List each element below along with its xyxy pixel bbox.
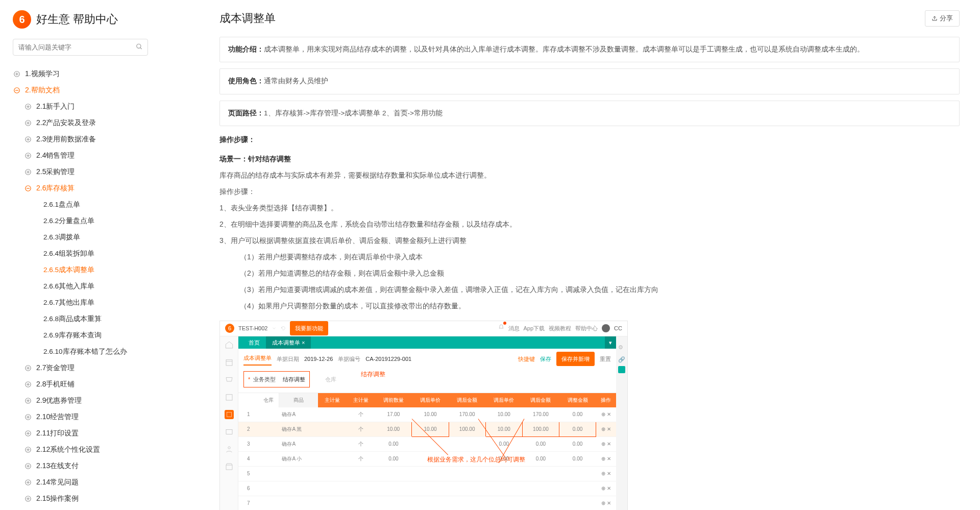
avatar[interactable] bbox=[602, 324, 610, 332]
tab-home[interactable]: 首页 bbox=[242, 336, 266, 349]
store-icon[interactable] bbox=[225, 462, 234, 471]
nav-item[interactable]: 2.6.7其他出库单 bbox=[13, 295, 148, 311]
grid-header-cell: 仓库 bbox=[258, 393, 279, 407]
grid-cell: 0.00 bbox=[485, 436, 522, 451]
grid-cell bbox=[318, 422, 347, 436]
plus-circle-icon bbox=[24, 446, 32, 454]
plus-circle-icon bbox=[24, 364, 32, 372]
grid-cell bbox=[279, 496, 318, 510]
grid-cell: 170.00 bbox=[449, 407, 485, 422]
nav-item[interactable]: 2.10经营管理 bbox=[13, 409, 148, 425]
table-row[interactable]: 7⊕ ✕ bbox=[238, 496, 616, 510]
gear-icon[interactable]: ⚙ bbox=[618, 342, 625, 349]
search-icon[interactable] bbox=[136, 43, 143, 52]
table-row[interactable]: 5⊕ ✕ bbox=[238, 466, 616, 481]
grid-cell: 6 bbox=[238, 481, 258, 496]
table-row[interactable]: 6⊕ ✕ bbox=[238, 481, 616, 496]
app-logo-icon: 6 bbox=[225, 324, 234, 333]
biz-type-field[interactable]: * 业务类型 结存调整 bbox=[243, 371, 310, 387]
calendar-icon[interactable] bbox=[225, 358, 234, 367]
svg-point-56 bbox=[228, 447, 230, 449]
nav-label: 2.9优惠券管理 bbox=[36, 396, 82, 405]
nav-item[interactable]: 2.帮助文档 bbox=[13, 82, 148, 99]
nav-item[interactable]: 2.1新手入门 bbox=[13, 99, 148, 115]
plus-circle-icon bbox=[24, 152, 32, 160]
nav-item[interactable]: 2.6.4组装拆卸单 bbox=[13, 246, 148, 262]
tabs-collapse-icon[interactable]: ▾ bbox=[605, 336, 616, 349]
role-box: 使用角色：通常由财务人员维护 bbox=[219, 68, 960, 94]
nav-item[interactable]: 2.14常见问题 bbox=[13, 474, 148, 491]
step-3-1: （1）若用户想要调整结存成本，则在调后单价中录入成本 bbox=[219, 250, 960, 264]
wallet-icon[interactable] bbox=[225, 427, 234, 436]
box-icon[interactable] bbox=[225, 410, 234, 419]
nav-item[interactable]: 2.7资金管理 bbox=[13, 360, 148, 376]
link-icon[interactable]: 🔗 bbox=[618, 354, 625, 361]
video-label[interactable]: 视频教程 bbox=[549, 323, 571, 334]
grid-cell: 0.00 bbox=[375, 451, 412, 466]
save-new-button[interactable]: 保存并新增 bbox=[556, 352, 595, 366]
nav-label: 2.6.8商品成本重算 bbox=[43, 314, 102, 324]
nav-item[interactable]: 2.6.5成本调整单 bbox=[13, 262, 148, 278]
nav-item[interactable]: 2.11打印设置 bbox=[13, 425, 148, 442]
msg-label[interactable]: 消息 bbox=[508, 323, 520, 334]
grid-cell bbox=[412, 481, 449, 496]
quick-keys[interactable]: 快捷键 bbox=[518, 353, 535, 365]
tab-document[interactable]: 成本调整单 × bbox=[266, 336, 311, 349]
cart-icon[interactable] bbox=[225, 375, 234, 384]
share-button[interactable]: 分享 bbox=[925, 10, 960, 27]
nav-item[interactable]: 2.5采购管理 bbox=[13, 164, 148, 180]
nav-item[interactable]: 2.3使用前数据准备 bbox=[13, 131, 148, 148]
doc-type-crumb[interactable]: 成本调整单 bbox=[243, 352, 272, 366]
nav-item[interactable]: 1.视频学习 bbox=[13, 66, 148, 82]
app-download-label[interactable]: App下载 bbox=[524, 323, 545, 334]
nav-item[interactable]: 2.9优惠券管理 bbox=[13, 393, 148, 409]
save-button[interactable]: 保存 bbox=[540, 353, 551, 365]
grid-cell bbox=[318, 466, 347, 481]
nav-item[interactable]: 2.8手机旺铺 bbox=[13, 376, 148, 393]
nav-item[interactable]: 2.6.8商品成本重算 bbox=[13, 311, 148, 327]
step-2: 2、在明细中选择要调整的商品及仓库，系统会自动带出结存数量和结存金额，以及结存成… bbox=[219, 217, 960, 231]
grid-cell: 个 bbox=[347, 422, 375, 436]
table-row[interactable]: 3确存A个0.000.000.000.00⊕ ✕ bbox=[238, 436, 616, 451]
members-icon[interactable] bbox=[225, 445, 234, 454]
help-label[interactable]: 帮助中心 bbox=[575, 323, 598, 334]
nav-label: 2.8手机旺铺 bbox=[36, 380, 75, 389]
nav-item[interactable]: 2.6.10库存账本错了怎么办 bbox=[13, 344, 148, 360]
new-feature-button[interactable]: 我要新功能 bbox=[290, 321, 328, 335]
nav-item[interactable]: 2.6.1盘点单 bbox=[13, 197, 148, 213]
svg-rect-53 bbox=[226, 395, 232, 400]
bell-icon[interactable] bbox=[498, 323, 504, 334]
nav-item[interactable]: 2.6.6其他入库单 bbox=[13, 278, 148, 295]
nav-item[interactable]: 2.4销售管理 bbox=[13, 148, 148, 164]
nav-item[interactable]: 2.6库存核算 bbox=[13, 180, 148, 197]
minus-circle-icon bbox=[24, 184, 32, 192]
nav-label: 2.6库存核算 bbox=[36, 184, 75, 193]
grid-header-cell: 调后单价 bbox=[485, 393, 522, 407]
annotation-note: 根据业务需求，这几个位总均可调整 bbox=[427, 453, 525, 466]
nav-item[interactable]: 2.12系统个性化设置 bbox=[13, 442, 148, 458]
nav-item[interactable]: 2.6.2分量盘点单 bbox=[13, 213, 148, 229]
nav-item[interactable]: 2.6.9库存账本查询 bbox=[13, 327, 148, 344]
grid-cell: 0.00 bbox=[559, 422, 596, 436]
docno-label: 单据编号 bbox=[338, 353, 360, 365]
nav-label: 2.7资金管理 bbox=[36, 363, 75, 373]
reset-button[interactable]: 重置 bbox=[600, 353, 611, 365]
calendar2-icon[interactable] bbox=[225, 393, 234, 402]
grid-cell bbox=[559, 466, 596, 481]
grid-cell: 17.00 bbox=[375, 407, 412, 422]
grid-cell: ⊕ ✕ bbox=[596, 466, 616, 481]
nav-item[interactable]: 2.2产品安装及登录 bbox=[13, 115, 148, 131]
expand-icon[interactable] bbox=[618, 366, 625, 373]
biz-type-value: 结存调整 bbox=[283, 374, 305, 385]
nav-item[interactable]: 2.15操作案例 bbox=[13, 491, 148, 507]
nav-item[interactable]: 2.13在线支付 bbox=[13, 458, 148, 474]
date-value: 2019-12-26 bbox=[304, 353, 333, 365]
nav-label: 2.11打印设置 bbox=[36, 429, 79, 438]
grid-cell bbox=[258, 451, 279, 466]
grid-cell: ⊕ ✕ bbox=[596, 436, 616, 451]
nav-item[interactable]: 2.6.3调拨单 bbox=[13, 229, 148, 246]
home-icon[interactable] bbox=[225, 341, 234, 350]
table-row[interactable]: 1确存A个17.0010.00170.0010.00170.000.00⊕ ✕ bbox=[238, 407, 616, 422]
search-input[interactable] bbox=[13, 39, 148, 56]
grid-cell bbox=[375, 496, 412, 510]
